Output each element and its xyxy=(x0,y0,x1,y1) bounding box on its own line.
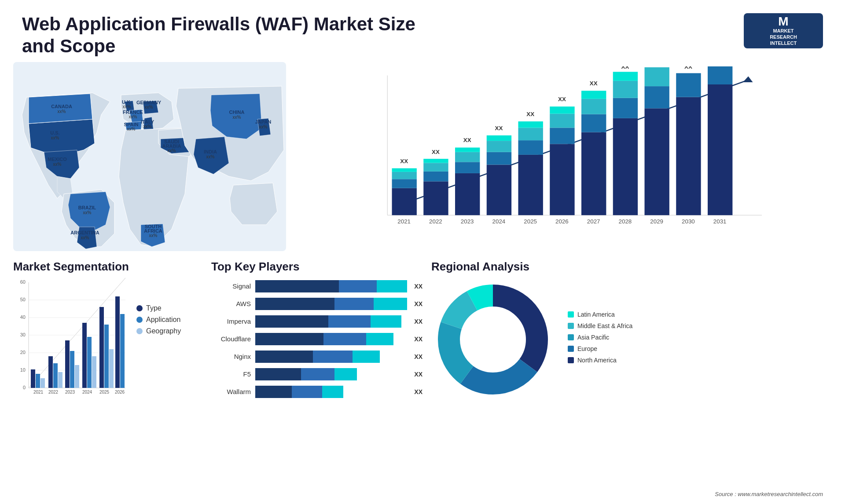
svg-text:2024: 2024 xyxy=(82,390,92,394)
legend-latin-dot xyxy=(568,311,574,318)
svg-rect-69 xyxy=(550,113,574,128)
keyplayers-section: Top Key Players Signal XX AWS XX xyxy=(211,260,422,497)
svg-text:40: 40 xyxy=(20,314,26,320)
growth-barchart-svg: XX 2021 XX 2022 XX 2023 XX 2024 xyxy=(304,66,823,247)
player-signal: Signal XX xyxy=(211,280,422,292)
legend-north-america: North America xyxy=(568,357,632,364)
regional-title: Regional Analysis xyxy=(431,260,832,274)
svg-text:JAPAN: JAPAN xyxy=(255,119,272,124)
svg-text:MEXICO: MEXICO xyxy=(48,157,67,162)
svg-rect-74 xyxy=(581,114,606,132)
legend-apac-label: Asia Pacific xyxy=(577,334,609,341)
svg-text:xx%: xx% xyxy=(206,154,215,159)
player-wallarm-bar xyxy=(255,386,407,398)
player-imperva-bar-light xyxy=(371,315,401,328)
svg-rect-45 xyxy=(423,163,448,171)
player-aws-name: AWS xyxy=(211,300,251,307)
legend-europe-label: Europe xyxy=(577,345,597,352)
page-title: Web Application Firewalls (WAF) Market S… xyxy=(22,13,418,58)
svg-rect-55 xyxy=(487,164,511,215)
svg-rect-56 xyxy=(487,152,511,165)
svg-rect-95 xyxy=(708,66,732,84)
svg-rect-46 xyxy=(423,159,448,163)
svg-text:2025: 2025 xyxy=(524,218,537,224)
segmentation-legend: Type Application Geography xyxy=(136,304,181,339)
player-signal-name: Signal xyxy=(211,282,251,290)
legend-apac: Asia Pacific xyxy=(568,334,632,341)
segmentation-chart-svg: 0 10 20 30 40 50 60 2021 xyxy=(13,278,128,414)
svg-text:CANADA: CANADA xyxy=(51,104,72,109)
svg-text:U.S.: U.S. xyxy=(50,130,59,135)
svg-text:xx%: xx% xyxy=(58,109,66,114)
keyplayers-title: Top Key Players xyxy=(211,260,422,274)
legend-apac-dot xyxy=(568,334,574,340)
svg-text:XX: XX xyxy=(621,66,629,70)
svg-text:XX: XX xyxy=(558,96,566,102)
svg-rect-86 xyxy=(645,86,669,108)
legend-application-label: Application xyxy=(146,316,180,324)
player-cloudflare-bar-dark xyxy=(255,333,323,345)
player-nginx-xx: XX xyxy=(414,353,422,360)
svg-rect-117 xyxy=(48,356,53,388)
svg-text:INDIA: INDIA xyxy=(204,149,217,154)
player-cloudflare-name: Cloudflare xyxy=(211,335,251,343)
regional-section: Regional Analysis Lati xyxy=(431,260,832,497)
svg-text:2023: 2023 xyxy=(65,390,75,394)
svg-text:XX: XX xyxy=(463,137,471,143)
svg-rect-130 xyxy=(104,325,109,388)
player-aws-bar-dark xyxy=(255,298,334,310)
svg-rect-114 xyxy=(36,374,40,388)
svg-rect-40 xyxy=(392,168,417,172)
svg-text:2024: 2024 xyxy=(492,218,506,224)
player-nginx-name: Nginx xyxy=(211,353,251,360)
svg-text:xx%: xx% xyxy=(145,105,153,110)
svg-rect-43 xyxy=(423,181,448,215)
legend-northam-label: North America xyxy=(577,357,617,364)
player-signal-bar xyxy=(255,280,407,292)
player-f5-name: F5 xyxy=(211,370,251,378)
player-aws-bar-mid xyxy=(334,298,374,310)
svg-text:XX: XX xyxy=(526,111,534,117)
legend-mea-dot xyxy=(568,323,574,329)
legend-geography-label: Geography xyxy=(146,327,181,335)
legend-type-label: Type xyxy=(146,304,162,312)
player-f5-bar-dark xyxy=(255,368,301,380)
svg-text:2031: 2031 xyxy=(713,218,727,224)
svg-rect-52 xyxy=(455,147,480,152)
player-aws-xx: XX xyxy=(414,300,422,307)
svg-rect-39 xyxy=(392,172,417,179)
svg-text:ARGENTINA: ARGENTINA xyxy=(70,230,99,235)
player-nginx-bar-dark xyxy=(255,351,313,363)
svg-text:xx%: xx% xyxy=(168,148,176,153)
legend-application: Application xyxy=(136,316,181,324)
legend-type-dot xyxy=(136,305,143,311)
player-nginx-bar xyxy=(255,351,407,363)
svg-text:xx%: xx% xyxy=(81,235,89,240)
svg-rect-44 xyxy=(423,172,448,182)
svg-text:BRAZIL: BRAZIL xyxy=(78,205,96,210)
player-aws-bar-light xyxy=(374,298,407,310)
player-nginx: Nginx XX xyxy=(211,351,422,363)
legend-application-dot xyxy=(136,317,143,323)
svg-rect-57 xyxy=(487,141,511,152)
bottom-content: Market Segmentation 0 10 20 30 40 50 60 xyxy=(0,251,845,497)
svg-rect-37 xyxy=(392,188,417,215)
player-cloudflare-bar-light xyxy=(366,333,393,345)
legend-geography-dot xyxy=(136,328,143,334)
legend-geography: Geography xyxy=(136,327,181,335)
player-wallarm-name: Wallarm xyxy=(211,388,251,395)
svg-text:2026: 2026 xyxy=(115,390,125,394)
player-cloudflare-bar-mid xyxy=(323,333,366,345)
svg-text:50: 50 xyxy=(20,297,26,302)
player-f5-bar xyxy=(255,368,407,380)
player-signal-bar-dark xyxy=(255,280,339,292)
svg-marker-36 xyxy=(743,76,753,82)
svg-text:2026: 2026 xyxy=(555,218,569,224)
svg-rect-73 xyxy=(581,132,606,215)
svg-text:xx%: xx% xyxy=(143,124,152,129)
svg-rect-75 xyxy=(581,99,606,114)
svg-rect-81 xyxy=(613,81,638,98)
player-wallarm-xx: XX xyxy=(414,388,422,395)
player-wallarm-bar-light xyxy=(322,386,343,398)
svg-rect-94 xyxy=(708,84,732,215)
